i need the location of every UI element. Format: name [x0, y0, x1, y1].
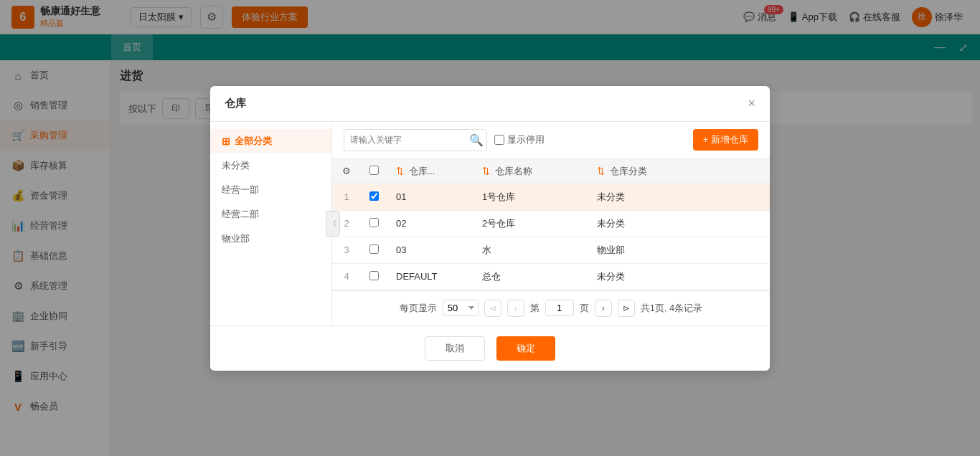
- row-num: 4: [332, 263, 361, 290]
- collapse-button[interactable]: 《: [326, 211, 340, 237]
- row-checkbox[interactable]: [361, 263, 387, 290]
- modal-body: ⊞ 全部分类 未分类 经营一部 经营二部 物业部 《 🔍: [210, 122, 770, 326]
- add-warehouse-button[interactable]: + 新增仓库: [693, 129, 758, 151]
- row-checkbox[interactable]: [361, 210, 387, 237]
- table-row[interactable]: 4 DEFAULT 总仓 未分类: [332, 263, 770, 290]
- table-panel: 🔍 显示停用 + 新增仓库 ⚙: [332, 122, 770, 326]
- row-code: 02: [387, 210, 473, 237]
- table-toolbar: 🔍 显示停用 + 新增仓库: [332, 122, 770, 159]
- confirm-button[interactable]: 确定: [496, 336, 555, 361]
- row-checkbox[interactable]: [361, 184, 387, 210]
- gear-icon-th: ⚙: [342, 166, 351, 176]
- cancel-button[interactable]: 取消: [425, 336, 485, 361]
- category-item-ops2[interactable]: 经营二部: [210, 202, 331, 227]
- next-page-button[interactable]: ›: [595, 300, 612, 317]
- table-row[interactable]: 1 01 1号仓库 未分类: [332, 184, 770, 210]
- close-button[interactable]: ×: [748, 96, 755, 111]
- category-item-unclassified[interactable]: 未分类: [210, 153, 331, 178]
- show-disabled-text: 显示停用: [507, 133, 545, 146]
- row-code: 01: [387, 184, 473, 210]
- first-page-button[interactable]: ⊲: [484, 300, 501, 317]
- page-summary: 共1页, 4条记录: [641, 302, 703, 315]
- page-suffix: 页: [580, 302, 589, 315]
- row-category: 未分类: [588, 210, 770, 237]
- all-categories-label: 全部分类: [235, 135, 272, 148]
- prev-page-button[interactable]: ‹: [507, 300, 524, 317]
- row-code: 03: [387, 237, 473, 263]
- search-icon[interactable]: 🔍: [463, 130, 487, 151]
- table-scroll: ⚙ ⇅ 仓库... ⇅: [332, 159, 770, 290]
- category-item-property[interactable]: 物业部: [210, 227, 331, 251]
- table-header-row: ⚙ ⇅ 仓库... ⇅: [332, 159, 770, 184]
- modal-footer: 取消 确定: [210, 326, 770, 371]
- search-input[interactable]: [344, 131, 463, 148]
- row-category: 物业部: [588, 237, 770, 263]
- category-item-ops1[interactable]: 经营一部: [210, 178, 331, 202]
- row-name: 1号仓库: [473, 184, 588, 210]
- row-name: 2号仓库: [473, 210, 588, 237]
- last-page-button[interactable]: ⊳: [618, 300, 635, 317]
- select-all-checkbox[interactable]: [369, 166, 379, 175]
- row-category: 未分类: [588, 263, 770, 290]
- page-size-select[interactable]: 50 10 20 100: [443, 300, 479, 316]
- category-panel: ⊞ 全部分类 未分类 经营一部 经营二部 物业部 《: [210, 122, 332, 326]
- sort-icon-name: ⇅: [482, 166, 490, 176]
- show-disabled-checkbox[interactable]: [494, 135, 504, 145]
- pagination: 每页显示 50 10 20 100 ⊲ ‹ 第 页 › ⊳ 共1页, 4条记录: [332, 290, 770, 326]
- th-category: ⇅ 仓库分类: [588, 159, 770, 184]
- sort-icon-category: ⇅: [597, 166, 605, 176]
- row-name: 水: [473, 237, 588, 263]
- search-box: 🔍: [344, 129, 487, 151]
- warehouse-modal: 仓库 × ⊞ 全部分类 未分类 经营一部 经营二部 物业部 《: [210, 86, 770, 371]
- row-num: 1: [332, 184, 361, 210]
- page-prefix: 第: [530, 302, 540, 315]
- modal-overlay: 仓库 × ⊞ 全部分类 未分类 经营一部 经营二部 物业部 《: [0, 0, 980, 456]
- modal-header: 仓库 ×: [210, 86, 770, 122]
- th-checkbox: [361, 159, 387, 184]
- row-checkbox[interactable]: [361, 237, 387, 263]
- warehouse-table: ⚙ ⇅ 仓库... ⇅: [332, 159, 770, 290]
- th-settings: ⚙: [332, 159, 361, 184]
- show-disabled-label: 显示停用: [494, 133, 545, 146]
- grid-icon: ⊞: [222, 136, 230, 147]
- row-num: 3: [332, 237, 361, 263]
- row-code: DEFAULT: [387, 263, 473, 290]
- row-name: 总仓: [473, 263, 588, 290]
- sort-icon-code: ⇅: [396, 166, 404, 176]
- th-code: ⇅ 仓库...: [387, 159, 473, 184]
- modal-title: 仓库: [225, 97, 246, 110]
- table-row[interactable]: 3 03 水 物业部: [332, 237, 770, 263]
- row-category: 未分类: [588, 184, 770, 210]
- th-name: ⇅ 仓库名称: [473, 159, 588, 184]
- per-page-label: 每页显示: [400, 302, 437, 315]
- category-all[interactable]: ⊞ 全部分类: [210, 129, 331, 153]
- page-number-input[interactable]: [545, 300, 574, 316]
- table-row[interactable]: 2 02 2号仓库 未分类: [332, 210, 770, 237]
